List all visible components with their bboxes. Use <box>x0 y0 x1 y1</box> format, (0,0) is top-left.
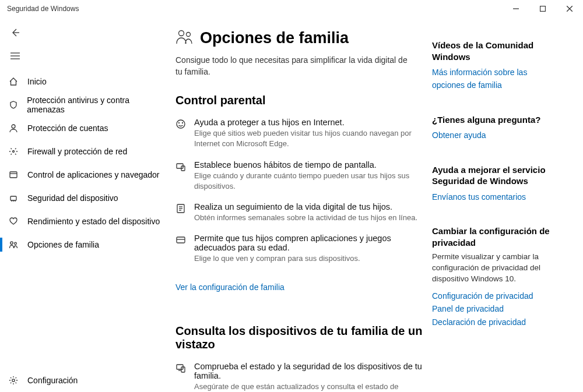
page-title: Opciones de familia <box>200 29 349 47</box>
menu-toggle[interactable] <box>3 45 27 66</box>
aside-privacy-heading: Cambiar la configuración de privacidad <box>432 225 552 248</box>
aside: Vídeos de la Comunidad Windows Más infor… <box>432 28 569 392</box>
aside-privacy-desc: Permite visualizar y cambiar la configur… <box>432 252 552 285</box>
maximize-button[interactable] <box>529 0 556 17</box>
family-header-icon <box>175 28 193 48</box>
svg-point-16 <box>10 242 13 244</box>
nav-label: Inicio <box>27 77 47 86</box>
svg-point-19 <box>179 31 184 36</box>
heart-icon <box>8 217 19 226</box>
nav-label: Rendimiento y estado del dispositivo <box>27 217 160 226</box>
nav-label: Control de aplicaciones y navegador <box>27 170 159 179</box>
svg-rect-1 <box>540 6 546 12</box>
chip-icon <box>8 193 19 203</box>
sidebar-item-performance[interactable]: Rendimiento y estado del dispositivo <box>0 210 163 233</box>
svg-point-18 <box>12 379 15 382</box>
smile-icon <box>175 118 186 149</box>
sidebar-item-home[interactable]: Inicio <box>0 70 163 93</box>
feat-title: Comprueba el estado y la seguridad de lo… <box>194 362 432 380</box>
firewall-icon <box>8 147 19 156</box>
svg-point-8 <box>12 125 15 128</box>
person-icon <box>8 123 19 133</box>
gear-icon <box>8 376 19 385</box>
svg-point-17 <box>15 242 17 245</box>
svg-point-21 <box>177 120 185 128</box>
back-button[interactable] <box>3 22 27 43</box>
feat-desc: Elige cuándo y durante cuánto tiempo pue… <box>194 171 432 192</box>
feat-screentime: Establece buenos hábitos de tiempo de pa… <box>175 160 432 192</box>
family-settings-link[interactable]: Ver la configuración de familia <box>175 282 285 292</box>
nav-label: Opciones de familia <box>27 240 99 249</box>
feat-tracking: Realiza un seguimiento de la vida digita… <box>175 202 432 223</box>
family-icon <box>8 240 19 249</box>
svg-point-23 <box>182 123 183 123</box>
nav-label: Firewall y protección de red <box>27 147 127 156</box>
card-icon <box>175 234 186 264</box>
svg-point-9 <box>13 151 15 153</box>
sidebar-item-account[interactable]: Protección de cuentas <box>0 116 163 140</box>
parental-heading: Control parental <box>175 94 432 107</box>
devices-heading: Consulta los dispositivos de tu familia … <box>175 324 432 351</box>
privacy-panel-link[interactable]: Panel de privacidad <box>432 302 552 315</box>
close-button[interactable] <box>556 0 583 17</box>
nav-label: Seguridad del dispositivo <box>27 193 118 203</box>
shield-icon <box>8 100 18 110</box>
svg-rect-30 <box>177 237 185 243</box>
feat-desc: Elige qué sitios web pueden visitar tus … <box>194 128 432 149</box>
title-bar: Seguridad de Windows <box>0 0 583 17</box>
main-content: Opciones de familia Consigue todo lo que… <box>163 17 583 392</box>
feat-title: Realiza un seguimiento de la vida digita… <box>194 202 432 211</box>
report-icon <box>175 202 186 223</box>
window-title: Seguridad de Windows <box>7 5 79 13</box>
svg-point-22 <box>179 123 180 123</box>
minimize-button[interactable] <box>503 0 529 17</box>
feat-title: Establece buenos hábitos de tiempo de pa… <box>194 160 432 169</box>
sidebar-item-family[interactable]: Opciones de familia <box>0 233 163 256</box>
aside-feedback-link[interactable]: Envíanos tus comentarios <box>432 190 552 203</box>
sidebar-settings[interactable]: Configuración <box>0 369 163 392</box>
privacy-settings-link[interactable]: Configuración de privacidad <box>432 289 552 302</box>
nav-label: Protección antivirus y contra amenazas <box>27 96 163 114</box>
feat-purchases: Permite que tus hijos compren aplicacion… <box>175 234 432 264</box>
window-controls <box>503 0 583 17</box>
aside-videos-link[interactable]: Más información sobre las opciones de fa… <box>432 66 552 92</box>
nav-label: Configuración <box>27 376 78 385</box>
feat-title: Ayuda a proteger a tus hijos en Internet… <box>194 118 432 127</box>
feat-desc: Asegúrate de que están actualizados y co… <box>194 382 432 392</box>
app-icon <box>8 170 19 179</box>
svg-rect-10 <box>10 172 17 178</box>
aside-videos-heading: Vídeos de la Comunidad Windows <box>432 40 552 62</box>
aside-feedback-heading: Ayuda a mejorar el servicio Seguridad de… <box>432 164 552 187</box>
feat-device-health: Comprueba el estado y la seguridad de lo… <box>175 362 432 392</box>
devices-health-icon <box>175 362 186 392</box>
sidebar-item-appcontrol[interactable]: Control de aplicaciones y navegador <box>0 163 163 186</box>
privacy-statement-link[interactable]: Declaración de privacidad <box>432 316 552 329</box>
aside-help-link[interactable]: Obtener ayuda <box>432 129 552 142</box>
feat-title: Permite que tus hijos compren aplicacion… <box>194 234 432 252</box>
feat-protect-kids: Ayuda a proteger a tus hijos en Internet… <box>175 118 432 149</box>
feat-desc: Obtén informes semanales sobre la activi… <box>194 213 432 223</box>
devices-icon <box>175 160 186 192</box>
home-icon <box>8 77 19 86</box>
sidebar-item-virus[interactable]: Protección antivirus y contra amenazas <box>0 93 163 116</box>
aside-help-heading: ¿Tienes alguna pregunta? <box>432 114 552 126</box>
feat-desc: Elige lo que ven y compran para sus disp… <box>194 253 432 264</box>
sidebar-item-firewall[interactable]: Firewall y protección de red <box>0 140 163 163</box>
sidebar-item-devicesec[interactable]: Seguridad del dispositivo <box>0 186 163 210</box>
svg-point-20 <box>187 33 191 37</box>
page-subtitle: Consigue todo lo que necesitas para simp… <box>175 55 409 77</box>
nav-label: Protección de cuentas <box>27 123 108 133</box>
sidebar: Inicio Protección antivirus y contra ame… <box>0 17 163 392</box>
svg-rect-12 <box>10 196 16 200</box>
